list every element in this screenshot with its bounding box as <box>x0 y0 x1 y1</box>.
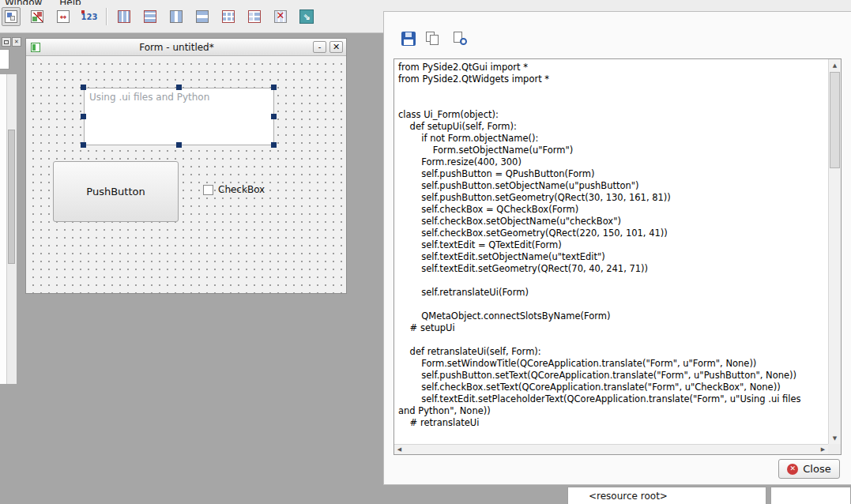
checkbox-widget[interactable]: CheckBox <box>203 184 265 195</box>
close-window-button[interactable]: ✕ <box>329 41 343 53</box>
layout-form-glyph <box>248 10 261 23</box>
textedit-widget[interactable]: Using .ui files and Python <box>84 88 274 145</box>
find-glyph <box>453 32 467 46</box>
widget-box-scrollbar[interactable] <box>7 74 17 384</box>
form-window-title: Form - untitled* <box>40 42 313 53</box>
selection-handle-top-right[interactable] <box>271 85 277 90</box>
qt-designer-screen: WindowHelp ↔ 123 ✕ ⇘ ✕ <box>0 0 851 504</box>
form-canvas[interactable]: Using .ui files and Python PushButton Ch… <box>26 57 346 293</box>
layout-vertical-splitter-icon[interactable] <box>193 7 212 26</box>
edit-tab-order-icon[interactable]: 123 <box>80 7 99 26</box>
find-icon[interactable] <box>452 31 468 47</box>
form-window-icon <box>31 43 40 52</box>
selection-handle-bottom-right[interactable] <box>271 142 277 148</box>
widget-box-panel <box>0 74 7 384</box>
float-icon <box>4 40 9 44</box>
layout-horizontal-splitter-glyph <box>170 10 183 23</box>
menu-window[interactable]: Window <box>5 0 42 5</box>
form-editor-window: Form - untitled* - ✕ Using .ui files and… <box>25 38 347 294</box>
selection-handle-mid-left[interactable] <box>81 114 86 119</box>
menu-help[interactable]: Help <box>59 0 81 5</box>
widget-box-scroll-thumb[interactable] <box>8 130 15 264</box>
layout-vertical-icon[interactable] <box>141 7 160 26</box>
edit-widgets-glyph <box>5 10 17 23</box>
pushbutton-widget[interactable]: PushButton <box>53 161 179 222</box>
copy-glyph <box>426 32 440 46</box>
buddies-glyph: ↔ <box>57 10 70 23</box>
layout-vertical-splitter-glyph <box>196 10 209 23</box>
selection-handle-bottom-left[interactable] <box>81 142 86 148</box>
scrollbar-corner <box>828 444 841 454</box>
scroll-left-icon[interactable]: ◀ <box>394 445 405 454</box>
layout-grid-glyph <box>222 10 235 23</box>
dock-close-button[interactable]: ✕ <box>12 37 21 47</box>
layout-grid-icon[interactable] <box>219 7 238 26</box>
adjust-size-icon[interactable]: ⇘ <box>297 7 316 26</box>
minimize-button[interactable]: - <box>313 41 326 53</box>
edit-signals-slots-icon[interactable] <box>28 7 47 26</box>
toolbar-separator <box>106 8 107 25</box>
toolbar-row: ↔ 123 ✕ ⇘ <box>2 7 316 26</box>
break-layout-glyph: ✕ <box>274 10 287 23</box>
layout-horizontal-icon[interactable] <box>115 7 134 26</box>
save-glyph <box>401 32 416 46</box>
copy-icon[interactable] <box>425 31 441 47</box>
resource-root-item[interactable]: <resource root> <box>567 487 766 504</box>
textedit-placeholder: Using .ui files and Python <box>89 92 209 103</box>
save-icon[interactable] <box>401 31 416 47</box>
code-view: from PySide2.QtGui import * from PySide2… <box>393 58 842 455</box>
layout-horizontal-glyph <box>118 10 130 23</box>
checkbox-label: CheckBox <box>218 184 265 195</box>
resource-side-panel <box>770 487 851 504</box>
close-button-icon: ✕ <box>787 464 798 475</box>
scroll-down-icon[interactable]: ▼ <box>829 432 841 444</box>
horizontal-scrollbar[interactable]: ◀ ▶ <box>394 444 828 454</box>
widget-filter-input[interactable] <box>0 49 9 70</box>
close-button[interactable]: ✕ Close <box>778 459 840 479</box>
scroll-right-icon[interactable]: ▶ <box>818 445 828 454</box>
dock-float-button[interactable] <box>2 37 11 47</box>
close-button-label: Close <box>803 463 830 475</box>
break-layout-icon[interactable]: ✕ <box>271 7 290 26</box>
selection-handle-mid-right[interactable] <box>271 114 277 119</box>
selection-handle-top-left[interactable] <box>81 85 86 90</box>
layout-form-icon[interactable] <box>245 7 264 26</box>
checkbox-box[interactable] <box>203 185 213 195</box>
scroll-up-icon[interactable]: ▲ <box>829 59 841 71</box>
selection-handle-top-center[interactable] <box>176 85 182 90</box>
vertical-scrollbar[interactable]: ▲ ▼ <box>828 59 841 444</box>
tab-order-glyph: 123 <box>81 10 97 23</box>
code-preview-dialog: from PySide2.QtGui import * from PySide2… <box>383 11 851 485</box>
edit-buddies-icon[interactable]: ↔ <box>54 7 73 26</box>
signals-slots-glyph <box>31 10 43 23</box>
adjust-size-glyph: ⇘ <box>299 9 314 24</box>
vertical-scroll-thumb[interactable] <box>830 72 840 168</box>
selection-handle-bottom-center[interactable] <box>176 142 182 148</box>
menubar: WindowHelp <box>5 0 163 5</box>
form-window-titlebar[interactable]: Form - untitled* - ✕ <box>26 39 346 56</box>
edit-widgets-icon[interactable] <box>2 7 21 26</box>
layout-horizontal-splitter-icon[interactable] <box>167 7 186 26</box>
layout-vertical-glyph <box>144 10 156 23</box>
generated-code-text[interactable]: from PySide2.QtGui import * from PySide2… <box>394 59 828 444</box>
